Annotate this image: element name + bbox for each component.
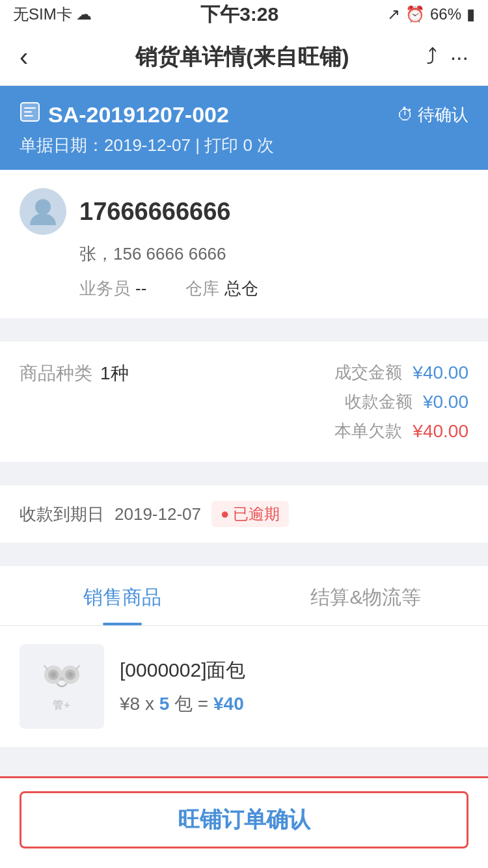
amount-label: 成交金额 bbox=[334, 361, 402, 384]
amount-summary: 成交金额 ¥40.00 收款金额 ¥0.00 本单欠款 ¥40.00 bbox=[334, 361, 468, 442]
battery-icon: ▮ bbox=[467, 5, 475, 23]
bottom-bar: 旺铺订单确认 bbox=[0, 776, 488, 868]
overdue-badge: ● 已逾期 bbox=[211, 501, 289, 527]
product-list: 管+ [0000002]面包 ¥8 x 5 包 = ¥40 bbox=[0, 626, 488, 748]
due-date-card: 收款到期日 2019-12-07 ● 已逾期 bbox=[0, 485, 488, 543]
order-date: 单据日期：2019-12-07 | 打印 0 次 bbox=[20, 134, 468, 157]
share-button[interactable]: ⤴ bbox=[426, 44, 437, 70]
salesperson-label: 业务员 bbox=[79, 277, 130, 300]
warehouse-value: 总仓 bbox=[224, 277, 258, 300]
alarm-icon: ⏰ bbox=[405, 5, 425, 23]
order-header: SA-20191207-002 ⏱ 待确认 单据日期：2019-12-07 | … bbox=[0, 86, 488, 170]
avatar bbox=[20, 188, 66, 235]
product-type-count: 1种 bbox=[100, 361, 129, 386]
more-button[interactable]: ··· bbox=[450, 44, 468, 70]
customer-phone: 17666666666 bbox=[79, 198, 230, 226]
sim-status: 无SIM卡 ☁ bbox=[13, 4, 92, 25]
customer-card: 17666666666 张，156 6666 6666 业务员 -- 仓库 总仓 bbox=[0, 170, 488, 318]
status-right: ↗ ⏰ 66% ▮ bbox=[387, 5, 475, 23]
product-info: [0000002]面包 ¥8 x 5 包 = ¥40 bbox=[120, 657, 468, 716]
brand-text: 管+ bbox=[53, 699, 70, 712]
product-total: ¥40 bbox=[213, 694, 244, 714]
page-title: 销货单详情(来自旺铺) bbox=[135, 42, 349, 72]
back-button[interactable]: ‹ bbox=[20, 42, 59, 72]
summary-card: 商品种类 1种 成交金额 ¥40.00 收款金额 ¥0.00 本单欠款 ¥40.… bbox=[0, 342, 488, 462]
svg-point-7 bbox=[68, 672, 73, 677]
order-id-icon bbox=[20, 102, 40, 128]
nav-bar: ‹ 销货单详情(来自旺铺) ⤴ ··· bbox=[0, 29, 488, 86]
divider-1 bbox=[0, 318, 488, 330]
divider-3 bbox=[0, 543, 488, 554]
divider-2 bbox=[0, 462, 488, 474]
order-id: SA-20191207-002 bbox=[20, 102, 229, 128]
order-status: ⏱ 待确认 bbox=[397, 103, 468, 126]
product-price-row: ¥8 x 5 包 = ¥40 bbox=[120, 692, 468, 716]
status-left: 无SIM卡 ☁ bbox=[13, 4, 92, 25]
location-icon: ↗ bbox=[387, 5, 400, 23]
owed-label: 本单欠款 bbox=[334, 420, 402, 442]
svg-rect-8 bbox=[59, 677, 64, 681]
due-date-value: 2019-12-07 bbox=[115, 504, 201, 524]
salesperson-value: -- bbox=[135, 278, 146, 299]
product-qty: 5 bbox=[159, 694, 170, 714]
amount-value: ¥40.00 bbox=[413, 362, 468, 383]
due-date-label: 收款到期日 bbox=[20, 503, 104, 526]
owed-value: ¥40.00 bbox=[413, 421, 468, 442]
battery-level: 66% bbox=[430, 5, 461, 23]
tab-products[interactable]: 销售商品 bbox=[0, 566, 244, 625]
customer-meta: 业务员 -- 仓库 总仓 bbox=[79, 277, 468, 300]
product-image: 管+ bbox=[20, 644, 104, 729]
tab-settlement[interactable]: 结算&物流等 bbox=[244, 566, 488, 625]
overdue-icon: ● bbox=[221, 506, 229, 522]
warehouse-label: 仓库 bbox=[185, 277, 219, 300]
overdue-text: 已逾期 bbox=[233, 504, 280, 524]
table-row: 管+ [0000002]面包 ¥8 x 5 包 = ¥40 bbox=[0, 626, 488, 748]
svg-point-6 bbox=[51, 672, 56, 677]
nav-actions: ⤴ ··· bbox=[426, 44, 468, 70]
tabs-bar: 销售商品 结算&物流等 bbox=[0, 566, 488, 626]
status-clock-icon: ⏱ bbox=[397, 105, 414, 125]
received-label: 收款金额 bbox=[345, 390, 413, 413]
confirm-order-button[interactable]: 旺铺订单确认 bbox=[20, 791, 468, 848]
svg-point-1 bbox=[35, 199, 51, 215]
status-bar: 无SIM卡 ☁ 下午3:28 ↗ ⏰ 66% ▮ bbox=[0, 0, 488, 29]
product-name: [0000002]面包 bbox=[120, 657, 468, 684]
customer-name: 张，156 6666 6666 bbox=[79, 243, 468, 265]
product-type-label: 商品种类 bbox=[20, 361, 92, 386]
status-time: 下午3:28 bbox=[200, 1, 278, 28]
received-value: ¥0.00 bbox=[423, 392, 468, 413]
